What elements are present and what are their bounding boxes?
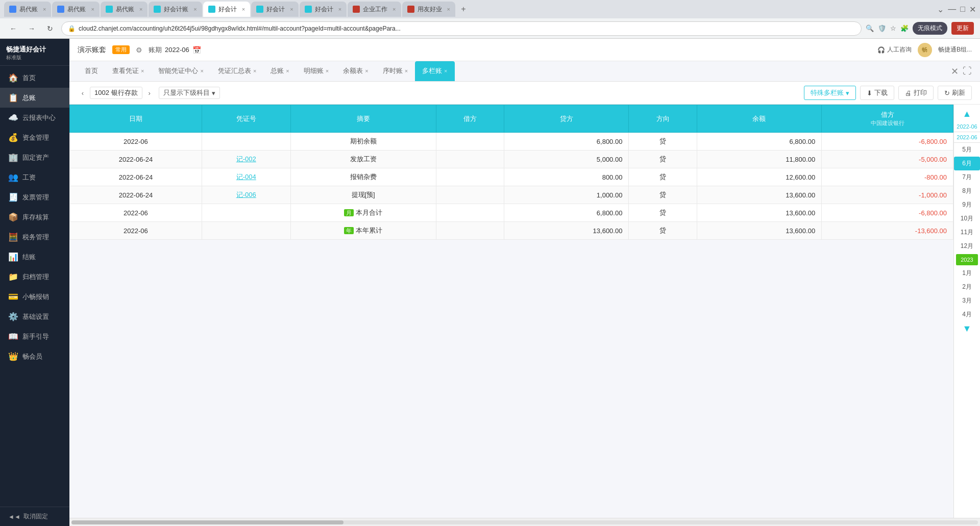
search-icon[interactable]: 🔍 (866, 24, 874, 32)
sidebar-item-expense[interactable]: 💳 小畅报销 (0, 287, 69, 307)
tab-yidaizhang-2[interactable]: 易代账 × (52, 2, 99, 17)
tab-haokuaiji-1[interactable]: 好会计账 × (149, 2, 202, 17)
tab-smart-voucher-close[interactable]: × (200, 68, 203, 74)
user-avatar[interactable]: 畅 (918, 43, 932, 57)
forward-button[interactable]: → (24, 21, 39, 36)
sidebar-item-close[interactable]: 📊 结账 (0, 247, 69, 267)
sub-account-filter[interactable]: 只显示下级科目 ▾ (159, 87, 220, 99)
bottom-scrollbar[interactable] (69, 518, 980, 526)
cell-voucher[interactable]: 记-006 (202, 186, 290, 204)
tab-sequence[interactable]: 序时账 × (376, 61, 415, 82)
sidebar-item-guide[interactable]: 📖 新手引导 (0, 327, 69, 346)
sidebar-item-cloud[interactable]: ☁️ 云报表中心 (0, 108, 69, 128)
account-prev-button[interactable]: ‹ (78, 88, 88, 98)
tab-detail-ledger[interactable]: 明细账 × (297, 61, 336, 82)
sidebar-item-archive[interactable]: 📁 归档管理 (0, 267, 69, 287)
rs-month-9[interactable]: 9月 (954, 198, 980, 212)
tab-voucher-summary-close[interactable]: × (253, 68, 256, 74)
cell-voucher[interactable]: 记-002 (202, 151, 290, 168)
close-window-icon[interactable]: ✕ (969, 5, 976, 14)
reload-button[interactable]: ↻ (43, 21, 57, 36)
cell-summary: 报销杂费 (290, 168, 436, 186)
tab-icon-5 (208, 6, 215, 13)
minimize-icon[interactable]: — (948, 5, 956, 14)
tab-balance[interactable]: 余额表 × (336, 61, 375, 82)
rs-month-12[interactable]: 12月 (954, 239, 980, 253)
tab-multi-col[interactable]: 多栏账 × (415, 61, 454, 82)
print-button[interactable]: 🖨 打印 (898, 86, 934, 100)
tab-haokuaiji-2[interactable]: 好会计 × (203, 2, 250, 17)
tab-close-4[interactable]: × (193, 6, 197, 12)
tab-close-7[interactable]: × (338, 6, 341, 12)
rs-month-5[interactable]: 5月 (954, 143, 980, 157)
url-bar[interactable]: 🔒 cloud2.chanjet.com/accounting/uh26t264… (61, 21, 862, 36)
sidebar-item-salary[interactable]: 👥 工资 (0, 167, 69, 187)
account-next-button[interactable]: › (144, 88, 155, 98)
sidebar-item-inventory[interactable]: 📦 库存核算 (0, 207, 69, 227)
collapse-panel-icon[interactable]: ✕ (951, 66, 959, 77)
rs-month-10[interactable]: 10月 (954, 212, 980, 226)
sidebar-item-assets[interactable]: 🏢 固定资产 (0, 147, 69, 167)
tab-general-ledger[interactable]: 总账 × (263, 61, 296, 82)
calendar-icon[interactable]: 📅 (192, 46, 201, 54)
rs-month-4-2023[interactable]: 4月 (954, 308, 980, 321)
tab-enterprise[interactable]: 企业工作 × (348, 2, 401, 17)
back-button[interactable]: ← (6, 21, 20, 36)
tab-close-9[interactable]: × (447, 6, 450, 12)
sidebar-item-funds[interactable]: 💰 资金管理 (0, 128, 69, 147)
tab-yidaizhang-3[interactable]: 易代账 × (101, 2, 148, 17)
rs-month-7[interactable]: 7月 (954, 170, 980, 184)
tab-general-ledger-close[interactable]: × (286, 68, 289, 74)
sidebar-item-settings[interactable]: ⚙️ 基础设置 (0, 307, 69, 327)
tab-view-voucher-close[interactable]: × (141, 68, 144, 74)
shield-icon[interactable]: 🛡️ (878, 24, 886, 32)
maximize-icon[interactable]: □ (960, 5, 965, 14)
tab-close-3[interactable]: × (139, 6, 142, 12)
update-button[interactable]: 更新 (951, 22, 974, 35)
rs-month-3-2023[interactable]: 3月 (954, 294, 980, 308)
tab-yonyou[interactable]: 用友好业 × (402, 2, 455, 17)
tab-multi-col-close[interactable]: × (444, 68, 447, 74)
sidebar-item-member[interactable]: 👑 畅会员 (0, 346, 69, 366)
rs-month-6[interactable]: 6月 (954, 157, 980, 170)
cell-voucher[interactable]: 记-004 (202, 168, 290, 186)
sidebar-pin[interactable]: ◄◄ 取消固定 (0, 507, 69, 526)
sidebar-item-invoice[interactable]: 🧾 发票管理 (0, 187, 69, 207)
rs-month-11[interactable]: 11月 (954, 226, 980, 239)
rs-arrow-up[interactable]: ▲ (961, 107, 974, 121)
sidebar-item-home[interactable]: 🏠 首页 (0, 68, 69, 88)
tab-close-5[interactable]: × (242, 6, 245, 12)
tab-close-6[interactable]: × (290, 6, 293, 12)
rs-month-2-2023[interactable]: 2月 (954, 280, 980, 294)
consultant-button[interactable]: 🎧 人工咨询 (877, 45, 912, 54)
tab-close-1[interactable]: × (43, 6, 46, 12)
tab-close-8[interactable]: × (393, 6, 396, 12)
sidebar-item-tax[interactable]: 🧮 税务管理 (0, 227, 69, 247)
download-button[interactable]: ⬇ 下载 (860, 86, 894, 100)
rs-arrow-down[interactable]: ▼ (961, 321, 974, 336)
stealth-button[interactable]: 无痕模式 (913, 22, 947, 35)
tab-yidaizhang-1[interactable]: 易代账 × (4, 2, 51, 17)
star-icon[interactable]: ☆ (890, 24, 896, 32)
refresh-button[interactable]: ↻ 刷新 (938, 86, 972, 100)
new-tab-button[interactable]: + (456, 2, 471, 16)
tab-haokuaiji-4[interactable]: 好会计 × (300, 2, 347, 17)
scrollbar-thumb[interactable] (71, 520, 344, 524)
expand-panel-icon[interactable]: ⛶ (963, 66, 972, 77)
tab-home[interactable]: 首页 (78, 61, 105, 82)
tab-sequence-close[interactable]: × (405, 68, 408, 74)
tab-detail-ledger-close[interactable]: × (326, 68, 329, 74)
tab-smart-voucher[interactable]: 智能凭证中心 × (151, 61, 210, 82)
tab-balance-close[interactable]: × (365, 68, 368, 74)
tab-view-voucher[interactable]: 查看凭证 × (105, 61, 151, 82)
rs-month-8[interactable]: 8月 (954, 184, 980, 198)
sidebar-item-ledger[interactable]: 📋 总账 (0, 88, 69, 108)
tab-voucher-summary[interactable]: 凭证汇总表 × (211, 61, 263, 82)
tab-close-2[interactable]: × (91, 6, 94, 12)
tab-haokuaiji-3[interactable]: 好会计 × (251, 2, 298, 17)
extension-icon[interactable]: 🧩 (900, 24, 909, 32)
multi-col-button[interactable]: 特殊多栏账 ▾ (804, 86, 856, 100)
settings-gear-icon[interactable]: ⚙ (136, 46, 142, 54)
tab-list-icon[interactable]: ⌄ (937, 5, 944, 14)
rs-month-1-2023[interactable]: 1月 (954, 266, 980, 280)
